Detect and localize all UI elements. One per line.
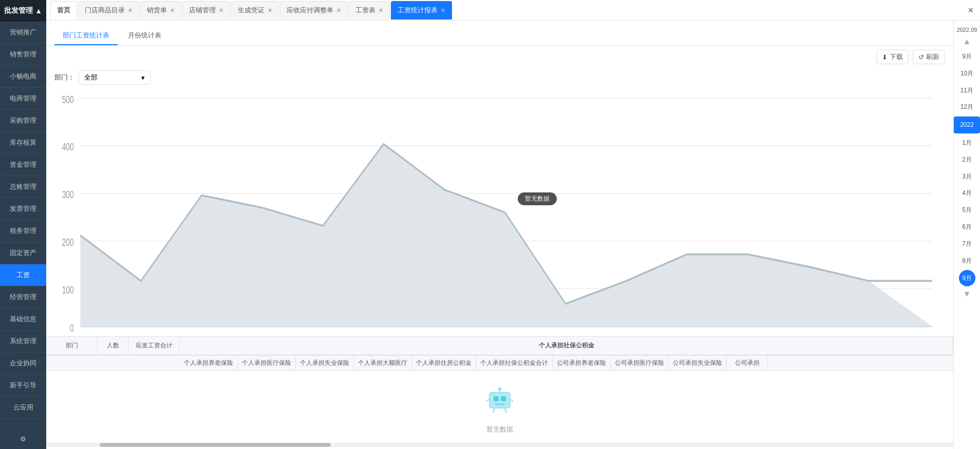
svg-text:100: 100 (62, 284, 74, 296)
tab-payroll-sheet[interactable]: 工资表 ✕ (349, 1, 390, 19)
svg-rect-16 (495, 403, 505, 405)
sidebar-item-system[interactable]: 系统管理 (0, 330, 46, 353)
right-panel-month-7[interactable]: 7月 (954, 236, 980, 252)
right-panel-year-2022[interactable]: 2022 (954, 116, 980, 133)
sidebar-item-invoice[interactable]: 发票管理 (0, 198, 46, 220)
svg-text:0: 0 (70, 322, 74, 334)
dept-filter-select[interactable]: 全部 ▾ (79, 70, 150, 85)
tab-home[interactable]: 首页 (50, 1, 77, 19)
tab-close-sales-order[interactable]: ✕ (170, 7, 175, 14)
chart-svg: 500 400 300 200 100 0 (54, 89, 945, 336)
right-panel-current-date: 2022.09 (956, 25, 978, 35)
right-panel: 2022.09 ▲ 9月 10月 11月 12月 2022 1月 2月 (953, 21, 980, 449)
sidebar-item-purchase[interactable]: 采购管理 (0, 110, 46, 132)
right-panel-month-11[interactable]: 11月 (954, 82, 980, 99)
svg-text:200: 200 (62, 236, 74, 248)
svg-rect-13 (489, 393, 510, 408)
tab-close-payroll-report[interactable]: ✕ (441, 7, 445, 14)
sidebar-item-cloud[interactable]: 云应用 (0, 397, 46, 419)
right-panel-month-3[interactable]: 3月 (954, 168, 980, 185)
tab-close-store-catalog[interactable]: ✕ (128, 7, 133, 14)
tab-payroll-report[interactable]: 工资统计报表 ✕ (391, 1, 452, 19)
tab-close-ar-ap-adjust[interactable]: ✕ (336, 7, 341, 14)
sidebar-header[interactable]: 批发管理 ▲ (0, 0, 46, 22)
sidebar-item-assets[interactable]: 固定资产 (0, 242, 46, 264)
sidebar-item-collaboration[interactable]: 企业协同 (0, 353, 46, 375)
tab-store-catalog[interactable]: 门店商品目录 ✕ (78, 1, 139, 19)
sidebar-item-marketing[interactable]: 营销推广 (0, 22, 46, 44)
sidebar-item-sales[interactable]: 销售管理 (0, 44, 46, 66)
th-dept: 部门 (46, 337, 98, 355)
th-personal-total: 个人承担社保公积金合计 (476, 356, 553, 370)
sidebar-item-finance[interactable]: 资金管理 (0, 154, 46, 176)
sidebar-item-inventory[interactable]: 库存核算 (0, 132, 46, 154)
sidebar-item-ecommerce-small[interactable]: 小畅电商 (0, 66, 46, 88)
tab-voucher-gen[interactable]: 生成凭证 ✕ (231, 1, 279, 19)
tab-bar-end: ✕ (966, 4, 976, 16)
tab-ar-ap-adjust[interactable]: 应收应付调整单 ✕ (280, 1, 348, 19)
sidebar-item-payroll[interactable]: 工资 (0, 264, 46, 286)
sub-tab-monthly-stats[interactable]: 月份统计表 (120, 27, 169, 45)
tab-close-voucher-gen[interactable]: ✕ (268, 7, 272, 14)
refresh-icon: ↺ (918, 53, 924, 61)
svg-line-21 (493, 408, 495, 413)
right-panel-month-9-2022[interactable]: 9月 (954, 48, 980, 65)
right-panel-month-6[interactable]: 6月 (954, 219, 980, 236)
content-area: 部门工资统计表 月份统计表 ⬇ 下载 ↺ 刷新 部门： (46, 21, 980, 449)
scroll-down-arrow[interactable]: ▼ (961, 287, 973, 301)
svg-line-22 (505, 408, 506, 413)
th-company-other: 公司承担 (727, 356, 768, 370)
right-panel-month-2[interactable]: 2月 (954, 151, 980, 168)
filter-bar: 部门： 全部 ▾ (46, 68, 953, 89)
sub-tab-dept-payroll[interactable]: 部门工资统计表 (54, 27, 118, 45)
table-header-row2: 个人承担养老保险 个人承担医疗保险 个人承担失业保险 个人承担大额医疗 个人承担… (46, 356, 953, 371)
table-header-row1: 部门 人数 应发工资合计 个人承担社保公积金 (46, 337, 953, 356)
right-panel-month-5[interactable]: 5月 (954, 202, 980, 219)
close-all-tabs-button[interactable]: ✕ (966, 4, 976, 16)
sidebar-item-ledger[interactable]: 总账管理 (0, 176, 46, 198)
chart-wrapper: 500 400 300 200 100 0 (46, 89, 953, 336)
tab-store-mgmt[interactable]: 店铺管理 ✕ (182, 1, 230, 19)
th-personal-pension: 个人承担养老保险 (180, 356, 238, 370)
right-panel-month-1[interactable]: 1月 (954, 134, 980, 151)
empty-text: 暂无数据 (486, 425, 513, 434)
sidebar-item-tax[interactable]: 税务管理 (0, 220, 46, 242)
scroll-bar-container[interactable] (46, 443, 953, 447)
right-panel-month-12[interactable]: 12月 (954, 99, 980, 115)
tab-bar: 首页 门店商品目录 ✕ 销货单 ✕ 店铺管理 ✕ 生成凭证 ✕ 应收应付调整单 … (46, 0, 980, 21)
th-company-medical: 公司承担医疗保险 (611, 356, 669, 370)
sub-tabs: 部门工资统计表 月份统计表 (46, 21, 953, 46)
sidebar-item-guide[interactable]: 新手引导 (0, 375, 46, 397)
th-company-pension: 公司承担养老保险 (553, 356, 611, 370)
sidebar-settings[interactable]: ⚙ (0, 428, 46, 449)
th-personal-unemployment: 个人承担失业保险 (296, 356, 354, 370)
sidebar-item-ecommerce-mgmt[interactable]: 电商管理 (0, 88, 46, 110)
download-button[interactable]: ⬇ 下载 (876, 50, 909, 64)
svg-text:400: 400 (62, 141, 74, 153)
svg-line-20 (510, 399, 513, 401)
right-panel-month-10[interactable]: 10月 (954, 65, 980, 82)
sidebar: 批发管理 ▲ 营销推广 销售管理 小畅电商 电商管理 采购管理 库存核算 资金管… (0, 0, 46, 449)
right-panel-month-8[interactable]: 8月 (954, 252, 980, 269)
sidebar-item-basic-info[interactable]: 基础信息 (0, 308, 46, 330)
download-icon: ⬇ (882, 53, 888, 61)
settings-icon: ⚙ (20, 435, 26, 443)
th-personal-housing-fund: 个人承担住房公积金 (412, 356, 476, 370)
main-area: 首页 门店商品目录 ✕ 销货单 ✕ 店铺管理 ✕ 生成凭证 ✕ 应收应付调整单 … (46, 0, 980, 449)
refresh-button[interactable]: ↺ 刷新 (913, 50, 945, 64)
scroll-bar-thumb[interactable] (100, 443, 331, 447)
chevron-down-icon: ▾ (141, 74, 145, 82)
svg-text:500: 500 (62, 93, 74, 105)
sidebar-item-operations[interactable]: 经营管理 (0, 286, 46, 308)
th-total-payable: 应发工资合计 (128, 337, 180, 355)
right-panel-month-4[interactable]: 4月 (954, 185, 980, 202)
sidebar-title: 批发管理 (4, 6, 33, 15)
table-section: 部门 人数 应发工资合计 个人承担社保公积金 (46, 336, 953, 449)
tab-close-store-mgmt[interactable]: ✕ (219, 7, 223, 14)
right-panel-month-9-active[interactable]: 9月 (959, 270, 975, 286)
svg-rect-15 (501, 396, 506, 401)
tab-close-payroll-sheet[interactable]: ✕ (379, 7, 383, 14)
svg-point-18 (498, 387, 501, 391)
scroll-up-arrow[interactable]: ▲ (961, 35, 973, 48)
tab-sales-order[interactable]: 销货单 ✕ (140, 1, 181, 19)
